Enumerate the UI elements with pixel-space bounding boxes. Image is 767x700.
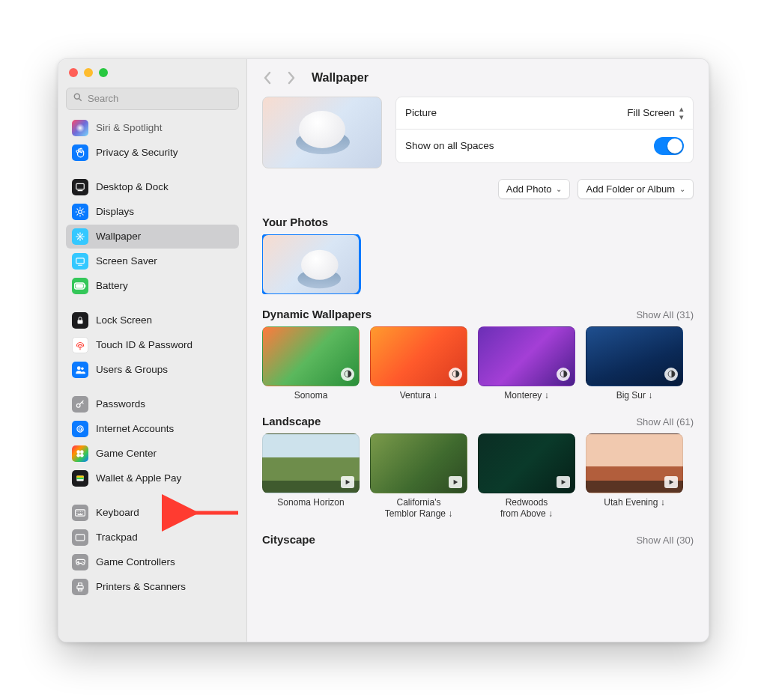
thumb-caption: California's Temblor Range ↓ (370, 497, 467, 520)
sidebar-item-game-controllers[interactable]: Game Controllers (66, 550, 239, 574)
wallet-icon (72, 470, 88, 487)
sidebar-item-printers-scanners[interactable]: Printers & Scanners (66, 575, 239, 599)
sidebar-item-label: Touch ID & Password (96, 339, 192, 350)
landscape-row: Sonoma HorizonCalifornia's Temblor Range… (262, 433, 694, 520)
picture-mode-row[interactable]: Picture Fill Screen ▴▾ (395, 97, 694, 130)
wallpaper-thumb[interactable]: Big Sur ↓ (586, 326, 683, 401)
wallpaper-thumb[interactable]: Ventura ↓ (370, 326, 467, 401)
game-icon (72, 445, 88, 462)
sun-icon (72, 204, 88, 220)
lock-icon (72, 312, 88, 329)
sidebar-item-label: Printers & Scanners (96, 581, 186, 592)
thumb-caption: Sonoma Horizon (262, 497, 360, 508)
sidebar-item-users-groups[interactable]: Users & Groups (66, 358, 239, 382)
thumb-caption: Utah Evening ↓ (586, 497, 683, 508)
show-all-cityscape[interactable]: Show All (30) (636, 535, 694, 546)
battery-icon (72, 278, 88, 294)
chevron-down-icon: ⌄ (556, 185, 562, 193)
svg-point-6 (79, 235, 82, 238)
at-icon (72, 421, 88, 437)
sidebar-item-touch-id-password[interactable]: Touch ID & Password (66, 333, 239, 357)
spaces-toggle[interactable] (654, 137, 684, 155)
key-icon (72, 396, 88, 413)
svg-line-1 (79, 98, 82, 100)
wallpaper-thumb[interactable]: Sonoma Horizon (262, 433, 360, 520)
section-title-cityscape: Cityscape (262, 533, 315, 546)
svg-rect-4 (78, 190, 83, 191)
wallpaper-settings: Picture Fill Screen ▴▾ Show on all Space… (395, 97, 694, 168)
svg-point-16 (76, 450, 80, 454)
picture-label: Picture (405, 107, 437, 118)
sidebar-item-label: Users & Groups (96, 364, 168, 375)
sidebar-item-privacy-security[interactable]: Privacy & Security (66, 141, 239, 165)
search-field[interactable] (66, 88, 239, 110)
search-input[interactable] (88, 93, 232, 104)
wallpaper-thumb[interactable]: California's Temblor Range ↓ (370, 433, 467, 520)
minimize-icon[interactable] (84, 68, 93, 77)
play-icon (664, 476, 678, 488)
show-all-landscape[interactable]: Show All (61) (636, 416, 694, 427)
svg-rect-27 (79, 582, 82, 585)
sidebar: Siri & SpotlightPrivacy & Security Deskt… (58, 59, 247, 642)
zoom-icon[interactable] (99, 68, 108, 77)
sidebar-item-label: Internet Accounts (96, 423, 174, 434)
siri-icon (72, 120, 88, 136)
svg-point-0 (74, 94, 79, 99)
thumb-caption: Ventura ↓ (370, 390, 467, 401)
thumb-caption: Big Sur ↓ (586, 390, 683, 401)
svg-rect-3 (76, 183, 85, 189)
svg-rect-22 (76, 477, 83, 478)
wallpaper-thumb[interactable]: Redwoods from Above ↓ (478, 433, 575, 520)
wallpaper-thumb[interactable]: Sonoma (262, 326, 360, 401)
sidebar-item-wallpaper[interactable]: Wallpaper (66, 225, 239, 249)
picture-mode-select[interactable]: Fill Screen ▴▾ (627, 105, 684, 121)
sidebar-item-game-center[interactable]: Game Center (66, 442, 239, 466)
photo-thumb[interactable] (262, 234, 360, 294)
printer-icon (72, 579, 88, 595)
sidebar-item-label: Keyboard (96, 507, 139, 518)
close-icon[interactable] (69, 68, 78, 77)
sidebar-item-label: Wallpaper (96, 231, 141, 242)
sidebar-item-passwords[interactable]: Passwords (66, 392, 239, 416)
svg-point-5 (79, 210, 82, 213)
sidebar-item-battery[interactable]: Battery (66, 274, 239, 298)
wallpaper-thumb[interactable]: Monterey ↓ (478, 326, 575, 401)
section-title-landscape: Landscape (262, 415, 321, 427)
sidebar-item-keyboard[interactable]: Keyboard (66, 501, 239, 525)
sidebar-item-wallet-apple-pay[interactable]: Wallet & Apple Pay (66, 466, 239, 490)
sidebar-item-screen-saver[interactable]: Screen Saver (66, 249, 239, 273)
spaces-label: Show on all Spaces (405, 140, 494, 151)
play-icon (449, 476, 462, 488)
dynamic-icon (449, 368, 462, 381)
svg-rect-11 (78, 320, 83, 323)
thumb-caption: Redwoods from Above ↓ (478, 497, 575, 520)
add-folder-button[interactable]: Add Folder or Album ⌄ (577, 179, 694, 199)
sidebar-item-siri-spotlight[interactable]: Siri & Spotlight (66, 116, 239, 140)
sidebar-item-displays[interactable]: Displays (66, 200, 239, 224)
system-settings-window: Siri & SpotlightPrivacy & Security Deskt… (58, 58, 709, 642)
flower-icon (72, 228, 88, 245)
page-title: Wallpaper (312, 71, 369, 85)
svg-point-12 (77, 366, 81, 370)
dynamic-row: SonomaVentura ↓Monterey ↓Big Sur ↓ (262, 326, 694, 401)
show-all-dynamic[interactable]: Show All (31) (636, 309, 694, 320)
sidebar-item-label: Passwords (96, 398, 145, 410)
controller-icon (72, 554, 88, 570)
add-photo-button[interactable]: Add Photo ⌄ (498, 179, 571, 199)
svg-point-2 (76, 124, 85, 133)
sidebar-item-lock-screen[interactable]: Lock Screen (66, 308, 239, 332)
back-button[interactable] (258, 68, 277, 88)
dynamic-icon (341, 368, 354, 381)
finger-icon (72, 337, 88, 353)
sidebar-item-desktop-dock[interactable]: Desktop & Dock (66, 175, 239, 199)
play-icon (557, 476, 570, 488)
content-scroll[interactable]: Picture Fill Screen ▴▾ Show on all Space… (247, 94, 709, 642)
forward-button[interactable] (282, 68, 301, 88)
chevron-updown-icon: ▴▾ (679, 105, 684, 121)
sidebar-item-label: Lock Screen (96, 314, 152, 326)
sidebar-item-internet-accounts[interactable]: Internet Accounts (66, 417, 239, 441)
wallpaper-thumb[interactable]: Utah Evening ↓ (586, 433, 683, 520)
play-icon (341, 476, 354, 488)
sidebar-item-trackpad[interactable]: Trackpad (66, 526, 239, 550)
sidebar-item-label: Siri & Spotlight (96, 122, 163, 133)
